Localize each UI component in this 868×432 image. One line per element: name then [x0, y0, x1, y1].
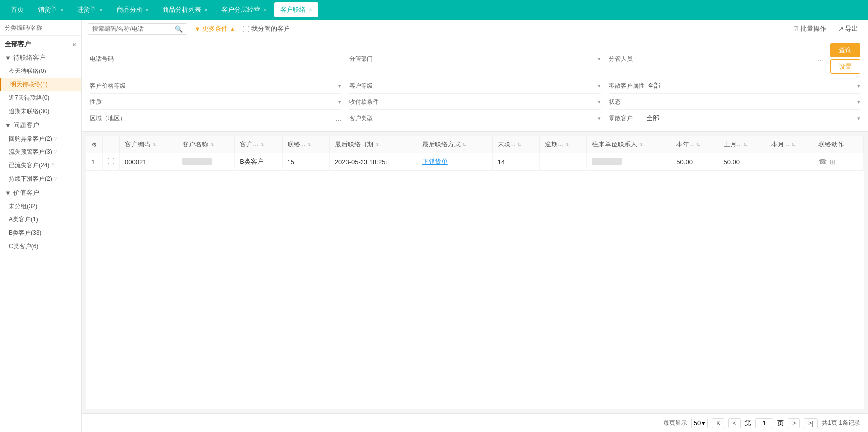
col-header-thisYear[interactable]: 本年...⇅ [671, 136, 719, 153]
sidebar-item-week[interactable]: 近7天待联络(0) [0, 91, 81, 105]
col-header-lastMethod[interactable]: 最后联络方式⇅ [417, 136, 492, 153]
sort-icon-lastMonth[interactable]: ⇅ [743, 142, 747, 147]
col-header-unitContact[interactable]: 往来单位联系人⇅ [587, 136, 671, 153]
filter-more-btn[interactable]: ▼ 更多条件 ▲ [191, 23, 239, 35]
per-page-select[interactable]: 50 ▾ [691, 418, 708, 428]
sidebar-item-today[interactable]: 今天待联络(0) [0, 65, 81, 78]
col-header-type[interactable]: 客户...⇅ [235, 136, 282, 153]
filter-select-customerLevel[interactable]: ▾ [387, 83, 600, 89]
sort-icon-thisYear[interactable]: ⇅ [696, 142, 700, 147]
close-tab-customer-level[interactable]: × [263, 7, 266, 13]
sort-icon-thisMonth[interactable]: ⇅ [791, 142, 795, 147]
customers-table: ⚙客户编码⇅客户名称⇅客户...⇅联络...⇅最后联络日期⇅最后联络方式⇅未联.… [86, 136, 864, 171]
sidebar-item-classB[interactable]: B类客户(33) [0, 226, 81, 240]
filter-select-nature[interactable]: ▾ [128, 99, 341, 105]
action-phone-icon[interactable]: ☎ [818, 158, 827, 166]
col-header-code[interactable]: 客户编码⇅ [120, 136, 177, 153]
nav-tab-analysis[interactable]: 商品分析× [111, 2, 154, 17]
filter-label-retailAttr: 零散客户属性 [609, 82, 645, 90]
sidebar-item-declining[interactable]: 持续下滑客户(2) ? [0, 172, 81, 186]
filter-select-payment[interactable]: ▾ [387, 99, 600, 105]
col-label-code: 客户编码 [125, 140, 150, 149]
filter-select-status[interactable]: ▾ [647, 99, 860, 105]
all-customers-header[interactable]: 全部客户 « [0, 36, 81, 51]
sidebar-collapse-icon[interactable]: « [72, 40, 76, 48]
col-header-lastMonth[interactable]: 上月...⇅ [719, 136, 766, 153]
blurred-unit-contact [592, 158, 622, 165]
next-page-btn[interactable]: > [788, 418, 800, 428]
sidebar-item-losing[interactable]: 流失预警客户(3) ? [0, 145, 81, 159]
cell-settings: 1 [86, 153, 103, 171]
filter-input-phone[interactable] [128, 55, 341, 62]
search-icon[interactable]: 🔍 [175, 25, 183, 33]
sidebar-item-lost[interactable]: 已流失客户(24) ? [0, 159, 81, 172]
col-header-uncontacted[interactable]: 未联...⇅ [492, 136, 539, 153]
sort-icon-name[interactable]: ⇅ [210, 142, 214, 147]
first-page-btn[interactable]: K [712, 418, 724, 428]
col-header-thisMonth[interactable]: 本月...⇅ [766, 136, 813, 153]
query-btn[interactable]: 查询 [830, 43, 860, 57]
col-header-name[interactable]: 客户名称⇅ [177, 136, 235, 153]
sidebar-item-tomorrow[interactable]: 明天待联络(1) [0, 78, 81, 91]
filter-select-retailAttr[interactable]: 全部▾ [648, 81, 860, 90]
batch-operation-btn[interactable]: ☑ 批量操作 [789, 23, 830, 35]
sort-icon-lastMethod[interactable]: ⇅ [462, 142, 466, 147]
ellipsis-manager[interactable]: ... [817, 55, 823, 63]
filter-label-phone: 电话号码 [90, 55, 125, 63]
sidebar-group-pending[interactable]: ▼待联络客户 [0, 51, 81, 65]
sidebar-item-repeat[interactable]: 回购异常客户(2) ? [0, 132, 81, 145]
sidebar-item-overdue[interactable]: 逾期未联络(30) [0, 105, 81, 118]
table-row: 1000021B类客户152023-05-23 18:25:下销货单1450.0… [86, 153, 864, 171]
sort-icon-code[interactable]: ⇅ [152, 142, 156, 147]
col-header-overdue[interactable]: 逾期...⇅ [540, 136, 587, 153]
ellipsis-region[interactable]: ... [336, 114, 342, 122]
nav-home[interactable]: 首页 [5, 2, 30, 17]
nav-tab-analysis-list[interactable]: 商品分析列表× [156, 2, 213, 17]
last-page-btn[interactable]: >| [804, 418, 818, 428]
nav-tab-customer-contact[interactable]: 客户联络× [274, 2, 318, 17]
filter-select-retail[interactable]: 全部▾ [647, 114, 860, 123]
sort-icon-overdue[interactable]: ⇅ [565, 142, 569, 147]
close-tab-sales[interactable]: × [60, 7, 63, 13]
filter-label-payment: 收付款条件 [349, 98, 384, 106]
search-input[interactable] [92, 25, 173, 32]
nav-tab-sales[interactable]: 销货单× [32, 2, 69, 17]
set-btn[interactable]: 设置 [830, 59, 860, 74]
action-grid-icon[interactable]: ⊞ [830, 158, 836, 166]
page-input[interactable] [755, 418, 773, 428]
nav-tab-customer-level[interactable]: 客户分层经营× [216, 2, 272, 17]
close-tab-customer-contact[interactable]: × [309, 7, 312, 13]
col-label-lastDate: 最后联络日期 [335, 140, 373, 149]
prev-page-btn[interactable]: < [728, 418, 741, 428]
col-header-lastDate[interactable]: 最后联络日期⇅ [329, 136, 417, 153]
nav-tab-purchase[interactable]: 进货单× [71, 2, 108, 17]
filter-field-dept: 分管部门▾ [349, 43, 600, 77]
row-checkbox[interactable] [108, 158, 114, 164]
last-method-link[interactable]: 下销货单 [422, 158, 448, 165]
sidebar-group-problem[interactable]: ▼问题客户 [0, 118, 81, 132]
sort-icon-type[interactable]: ⇅ [260, 142, 264, 147]
chevron-customerValueLevel: ▾ [338, 83, 341, 89]
col-header-contact[interactable]: 联络...⇅ [282, 136, 329, 153]
sidebar-item-classA[interactable]: A类客户(1) [0, 213, 81, 226]
filter-select-customerValueLevel[interactable]: ▾ [129, 83, 341, 89]
sidebar-search-input[interactable] [5, 24, 79, 31]
filter-select-dept[interactable]: ▾ [387, 56, 600, 62]
cell-unit-contact [587, 153, 671, 171]
sidebar-item-ungrouped[interactable]: 未分组(32) [0, 200, 81, 213]
my-customers-check[interactable]: 我分管的客户 [243, 24, 290, 33]
export-btn[interactable]: ↗ 导出 [834, 23, 862, 35]
sidebar-group-value[interactable]: ▼价值客户 [0, 186, 81, 200]
close-tab-purchase[interactable]: × [99, 7, 102, 13]
col-label-lastMethod: 最后联络方式 [422, 140, 461, 149]
sort-icon-lastDate[interactable]: ⇅ [375, 142, 379, 147]
close-tab-analysis-list[interactable]: × [204, 7, 207, 13]
sort-icon-unitContact[interactable]: ⇅ [639, 142, 643, 147]
my-customers-checkbox[interactable] [243, 26, 249, 32]
sidebar-item-classC[interactable]: C类客户(6) [0, 240, 81, 253]
close-tab-analysis[interactable]: × [145, 7, 148, 13]
sort-icon-uncontacted[interactable]: ⇅ [517, 142, 521, 147]
table-head: ⚙客户编码⇅客户名称⇅客户...⇅联络...⇅最后联络日期⇅最后联络方式⇅未联.… [86, 136, 864, 153]
sort-icon-contact[interactable]: ⇅ [307, 142, 311, 147]
filter-select-customerType[interactable]: ▾ [387, 115, 600, 122]
